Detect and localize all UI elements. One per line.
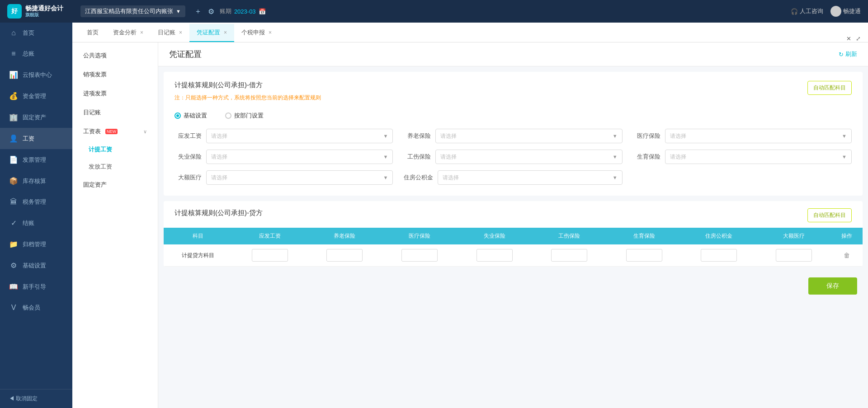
tab-voucher-config[interactable]: 凭证配置 × xyxy=(189,24,234,42)
tab-journal[interactable]: 日记账 × xyxy=(151,24,189,42)
chevron-down-icon: ▼ xyxy=(613,133,618,139)
pension-input[interactable] xyxy=(326,249,363,262)
sidebar-item-tax[interactable]: 🏛 税务管理 xyxy=(0,192,72,212)
settings-icon[interactable]: ⚙ xyxy=(208,7,214,16)
th-subject: 科目 xyxy=(164,228,232,244)
sidebar-item-salary[interactable]: 👤 工资 xyxy=(0,128,72,149)
calendar-icon[interactable]: 📅 xyxy=(259,8,266,15)
left-nav-pay-salary[interactable]: 发放工资 xyxy=(72,158,158,175)
radio-basic-settings[interactable]: 基础设置 xyxy=(175,112,207,120)
period-area: 账期 2023-03 📅 xyxy=(220,7,266,15)
td-delete[interactable]: 🗑 xyxy=(831,244,863,267)
td-injury-input[interactable] xyxy=(532,244,607,267)
major-medical-input[interactable] xyxy=(776,249,812,262)
left-nav-fixed-assets[interactable]: 固定资产 xyxy=(72,175,158,194)
debit-section: 计提核算规则(公司承担)-借方 注：只能选择一种方式，系统将按照您当前的选择来配… xyxy=(164,72,863,196)
td-medical-input[interactable] xyxy=(382,244,457,267)
sidebar-item-home[interactable]: ⌂ 首页 xyxy=(0,23,72,43)
sidebar-item-inventory[interactable]: 📦 库存核算 xyxy=(0,170,72,192)
pension-select[interactable]: 请选择 ▼ xyxy=(435,129,622,143)
radio-group: 基础设置 按部门设置 xyxy=(175,112,852,120)
unemployment-select[interactable]: 请选择 ▼ xyxy=(206,150,393,164)
form-row-housing-fund: 住房公积金 请选择 ▼ xyxy=(404,170,622,185)
injury-input[interactable] xyxy=(551,249,587,262)
user-avatar xyxy=(830,6,841,17)
chevron-down-icon: ▼ xyxy=(842,154,847,159)
td-maternity-input[interactable] xyxy=(607,244,682,267)
company-selector[interactable]: 江西服宝精品有限责任公司内账张 ▼ xyxy=(80,5,185,17)
th-operation: 操作 xyxy=(831,228,863,244)
sidebar-item-close-accounts[interactable]: ✓ 结账 xyxy=(0,212,72,234)
left-nav: 公共选项 销项发票 进项发票 日记账 工资表 NEW ∨ 计提工资 xyxy=(72,42,158,408)
close-fund-analysis-tab[interactable]: × xyxy=(140,29,143,36)
sidebar-item-general-ledger[interactable]: ≡ 总账 xyxy=(0,43,72,64)
support-button[interactable]: 🎧 人工咨询 xyxy=(791,7,823,15)
salary-select[interactable]: 请选择 ▼ xyxy=(206,129,393,143)
injury-select[interactable]: 请选择 ▼ xyxy=(435,150,622,164)
page-title: 凭证配置 xyxy=(169,49,202,60)
maternity-input[interactable] xyxy=(626,249,662,262)
th-major-medical: 大额医疗 xyxy=(756,228,831,244)
housing-input[interactable] xyxy=(701,249,737,262)
unemployment-input[interactable] xyxy=(476,249,513,262)
close-journal-tab[interactable]: × xyxy=(179,29,182,36)
sidebar-item-basic-settings[interactable]: ⚙ 基础设置 xyxy=(0,255,72,276)
user-menu[interactable]: 畅捷通 xyxy=(830,6,861,17)
td-pension-input[interactable] xyxy=(307,244,382,267)
debit-auto-match-button[interactable]: 自动匹配科目 xyxy=(807,81,852,95)
td-housing-input[interactable] xyxy=(682,244,757,267)
radio-by-department[interactable]: 按部门设置 xyxy=(225,112,264,120)
left-nav-purchase-invoice[interactable]: 进项发票 xyxy=(72,84,158,103)
tab-bar-actions: ✕ ⤢ xyxy=(846,35,861,42)
radio-basic-circle xyxy=(175,113,181,119)
left-nav-accrued-salary[interactable]: 计提工资 xyxy=(72,141,158,158)
close-tax-declaration-tab[interactable]: × xyxy=(269,29,272,36)
funds-icon: 💰 xyxy=(9,92,18,100)
chevron-down-icon: ▼ xyxy=(383,175,388,180)
save-button[interactable]: 保存 xyxy=(808,277,857,295)
th-pension: 养老保险 xyxy=(307,228,382,244)
sidebar-item-reports[interactable]: 📊 云报表中心 xyxy=(0,64,72,85)
salary-input[interactable] xyxy=(252,249,288,262)
sidebar-item-assets[interactable]: 🏢 固定资产 xyxy=(0,107,72,128)
close-tab-icon[interactable]: ✕ xyxy=(846,35,851,42)
medical-select[interactable]: 请选择 ▼ xyxy=(665,129,852,143)
credit-section: 计提核算规则(公司承担)-贷方 自动匹配科目 科目 应发工资 养老保险 医疗保险… xyxy=(164,201,863,267)
delete-icon[interactable]: 🗑 xyxy=(844,252,850,259)
debit-notice-text: 注：只能选择一种方式，系统将按照您当前的选择来配置规则 xyxy=(175,94,321,102)
left-nav-salary-table[interactable]: 工资表 NEW ∨ xyxy=(72,122,158,141)
tab-tax-declaration[interactable]: 个税申报 × xyxy=(234,24,279,42)
maternity-select[interactable]: 请选择 ▼ xyxy=(665,150,852,164)
main-layout: ⌂ 首页 ≡ 总账 📊 云报表中心 💰 资金管理 🏢 固定资产 👤 工资 📄 发… xyxy=(0,23,868,408)
sidebar-item-vip[interactable]: V 畅会员 xyxy=(0,297,72,318)
sidebar-item-funds[interactable]: 💰 资金管理 xyxy=(0,85,72,107)
credit-auto-match-button[interactable]: 自动匹配科目 xyxy=(807,208,852,222)
add-icon[interactable]: ＋ xyxy=(194,7,202,16)
tab-fund-analysis[interactable]: 资金分析 × xyxy=(106,24,151,42)
sidebar-item-archive[interactable]: 📁 归档管理 xyxy=(0,234,72,255)
medical-input[interactable] xyxy=(401,249,438,262)
form-row-medical: 医疗保险 请选择 ▼ xyxy=(633,129,852,143)
left-nav-journal[interactable]: 日记账 xyxy=(72,103,158,122)
form-row-maternity: 生育保险 请选择 ▼ xyxy=(633,150,852,164)
gear-icon: ⚙ xyxy=(9,261,18,270)
refresh-button[interactable]: ↻ 刷新 xyxy=(839,50,857,58)
close-accounts-icon: ✓ xyxy=(9,219,18,227)
td-unemployment-input[interactable] xyxy=(457,244,532,267)
left-nav-sales-invoice[interactable]: 销项发票 xyxy=(72,65,158,84)
th-housing: 住房公积金 xyxy=(682,228,757,244)
sidebar-item-guide[interactable]: 📖 新手引导 xyxy=(0,276,72,297)
close-voucher-config-tab[interactable]: × xyxy=(224,29,227,36)
guide-icon: 📖 xyxy=(9,282,18,291)
form-row-major-medical: 大额医疗 请选择 ▼ xyxy=(175,170,393,185)
page-header: 凭证配置 ↻ 刷新 xyxy=(158,42,868,66)
housing-fund-select[interactable]: 请选择 ▼ xyxy=(438,170,622,185)
td-major-medical-input[interactable] xyxy=(756,244,831,267)
left-nav-public-options[interactable]: 公共选项 xyxy=(72,46,158,65)
cancel-pin-button[interactable]: ◀ 取消固定 xyxy=(0,389,72,408)
expand-icon[interactable]: ⤢ xyxy=(856,35,861,42)
major-medical-select[interactable]: 请选择 ▼ xyxy=(206,170,393,185)
sidebar-item-invoice[interactable]: 📄 发票管理 xyxy=(0,149,72,170)
tab-home[interactable]: 首页 xyxy=(80,24,106,42)
td-salary-input[interactable] xyxy=(232,244,307,267)
